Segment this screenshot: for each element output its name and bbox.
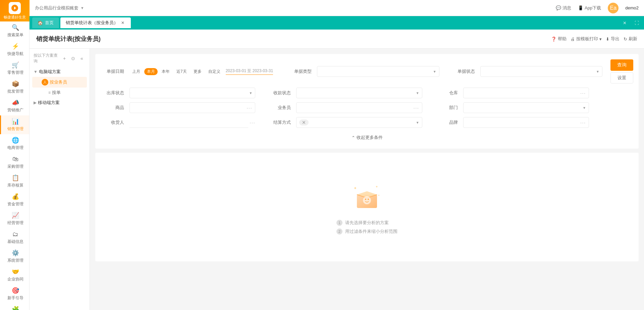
warehouse-dots[interactable]: ··· — [580, 91, 586, 96]
sidebar-item-quick-nav[interactable]: ⚡ 快捷导航 — [0, 40, 29, 59]
goods-dots[interactable]: ··· — [247, 105, 252, 110]
order-status-select[interactable]: ▼ — [480, 66, 602, 77]
goods-select[interactable]: ··· — [129, 102, 255, 113]
refresh-btn[interactable]: ↻ 刷新 — [624, 36, 637, 42]
edit-scheme-btn[interactable]: ⊙ — [69, 55, 77, 62]
tabbar: 🏠 首页 销货单统计表（按业务员） ✕ ✕ ⛶ — [30, 16, 644, 30]
breadcrumb-dropdown[interactable]: ▾ — [81, 5, 84, 10]
quicknav-icon: ⚡ — [12, 43, 19, 50]
order-status-label: 单据状态 — [451, 68, 475, 74]
consignee-dots[interactable]: ··· — [250, 120, 255, 125]
tab-sales-stat[interactable]: 销货单统计表（按业务员） ✕ — [60, 17, 131, 28]
salesperson-select[interactable]: ··· — [296, 102, 422, 113]
sidebar-item-wholesale[interactable]: 📦 批发管理 — [0, 78, 29, 97]
svg-point-5 — [365, 199, 366, 200]
tree-parent-pc[interactable]: ▼ 电脑端方案 — [32, 67, 87, 77]
message-action[interactable]: 💬 消息 — [556, 5, 571, 11]
sidebar-item-cooperation[interactable]: 🤝 企业协同 — [0, 266, 29, 285]
collapse-panel-btn[interactable]: « — [78, 55, 86, 62]
empty-tip-2-text: 用过滤条件来缩小分析范围 — [345, 228, 397, 235]
order-type-arrow: ▼ — [433, 70, 436, 73]
help-label: 帮助 — [558, 36, 567, 42]
sidebar-item-sales[interactable]: 📊 销售管理 — [0, 115, 29, 134]
basic-icon: 🗂 — [12, 231, 18, 238]
salesperson-scheme-label: 按业务员 — [50, 79, 67, 85]
brand-dots[interactable]: ··· — [580, 120, 586, 125]
tree-child-by-order[interactable]: ≡ 按单 — [32, 88, 87, 98]
tree-child-by-salesperson[interactable]: 人 按业务员 — [32, 77, 87, 88]
date-tab-last-month[interactable]: 上月 — [129, 68, 143, 75]
tab-home[interactable]: 🏠 首页 — [32, 17, 59, 28]
out-status-select[interactable]: ▼ — [129, 88, 255, 98]
query-btn[interactable]: 查询 — [610, 59, 633, 71]
salesperson-dots[interactable]: ··· — [414, 105, 419, 110]
purchase-icon: 🛍 — [12, 156, 18, 163]
sidebar-item-apps[interactable]: 🧩 应用中心 — [0, 303, 29, 310]
date-range-text[interactable]: 2023-03-01 至 2023-03-31 — [226, 68, 273, 75]
settlement-clear-btn[interactable]: ✕ — [302, 120, 306, 125]
sales-icon: 📊 — [12, 118, 19, 125]
filter-card: 单据日期 上月 本月 本年 近7天 更多 自定义 2023-03-01 至 20… — [95, 54, 639, 149]
refresh-icon: ↻ — [624, 37, 627, 42]
brand-select[interactable]: ··· — [463, 117, 589, 128]
collapse-label: 收起更多条件 — [357, 135, 383, 141]
settings-btn[interactable]: 设置 — [610, 72, 633, 84]
warehouse-select[interactable]: ··· — [463, 88, 589, 98]
avatar[interactable]: Ea — [608, 3, 619, 13]
order-type-control: ▼ — [317, 66, 439, 77]
date-tab-this-month[interactable]: 本月 — [144, 68, 158, 75]
export-btn[interactable]: ⬇ 导出 — [606, 36, 620, 42]
tree-parent-mobile[interactable]: ▶ 移动端方案 — [32, 98, 87, 108]
sidebar-item-finance[interactable]: 💰 资金管理 — [0, 191, 29, 209]
tab-close-window-btn[interactable]: ✕ — [620, 18, 629, 28]
tab-expand-btn[interactable]: ⛶ — [632, 18, 641, 28]
finance-icon: 💰 — [12, 193, 19, 200]
settlement-arrow: ▼ — [416, 121, 419, 124]
inventory-icon: 📋 — [12, 174, 19, 182]
left-panel-title: 按以下方案查询 — [34, 53, 61, 64]
order-scheme-icon: ≡ — [48, 90, 51, 95]
app-logo[interactable]: 畅捷通好生意 — [0, 0, 30, 21]
retail-icon: 🛒 — [12, 61, 19, 69]
message-label: 消息 — [562, 5, 571, 11]
salesperson-scheme-icon: 人 — [42, 79, 48, 86]
tab-close-icon[interactable]: ✕ — [120, 20, 125, 25]
sidebar-item-retail[interactable]: 🛒 零售管理 — [0, 59, 29, 78]
date-label: 单据日期 — [101, 68, 124, 74]
date-tab-last-7[interactable]: 近7天 — [174, 68, 190, 75]
sidebar-item-search[interactable]: 🔍 搜索菜单 — [0, 21, 29, 40]
template-print-btn[interactable]: 🖨 按模板打印 ▾ — [571, 36, 602, 42]
username-label[interactable]: demo2 — [625, 5, 639, 10]
sidebar-item-basic[interactable]: 🗂 基础信息 — [0, 228, 29, 247]
collection-status-select[interactable]: ▼ — [296, 88, 422, 98]
brand-control: ··· — [463, 117, 589, 128]
consignee-input[interactable] — [129, 117, 248, 128]
order-type-select[interactable]: ▼ — [317, 66, 439, 77]
sidebar-item-newbie[interactable]: 🎯 新手引导 — [0, 285, 29, 303]
export-label: 导出 — [611, 36, 620, 42]
date-tab-custom[interactable]: 自定义 — [206, 68, 223, 75]
sidebar-item-ecommerce[interactable]: 🌐 电商管理 — [0, 134, 29, 153]
sidebar-item-marketing[interactable]: 📣 营销推广 — [0, 97, 29, 115]
content-body: 按以下方案查询 + ⊙ « ▼ 电脑端方案 人 按业务员 ≡ 按单 — [30, 49, 644, 310]
tree-arrow-down: ▼ — [34, 69, 38, 74]
collapse-bar[interactable]: ⌃ 收起更多条件 — [101, 132, 633, 143]
app-download-action[interactable]: 📱 App下载 — [578, 5, 601, 11]
settlement-select[interactable]: ✕ ▼ — [296, 117, 422, 128]
date-tab-more[interactable]: 更多 — [191, 68, 204, 75]
sidebar-item-inventory[interactable]: 📋 库存核算 — [0, 172, 29, 191]
settlement-control: ✕ ▼ — [296, 117, 422, 128]
sidebar-item-system[interactable]: ⚙️ 系统管理 — [0, 247, 29, 266]
marketing-icon: 📣 — [12, 99, 19, 106]
sidebar-item-operations[interactable]: 📈 经营管理 — [0, 209, 29, 228]
settlement-clear-tag: ✕ — [299, 119, 309, 125]
department-select[interactable]: ▼ — [463, 102, 589, 113]
breadcrumb: 办公用品行业模拟账套 — [35, 5, 78, 11]
help-btn[interactable]: ❓ 帮助 — [551, 36, 567, 42]
refresh-label: 刷新 — [629, 36, 637, 42]
date-tab-this-year[interactable]: 本年 — [159, 68, 172, 75]
add-scheme-btn[interactable]: + — [61, 55, 68, 62]
empty-state: ✦ ✦ ✦ 1 请先选择要分析的方案 2 用过滤条件来缩小分析范围 — [95, 153, 639, 261]
sidebar-item-purchase[interactable]: 🛍 采购管理 — [0, 153, 29, 172]
print-icon: 🖨 — [571, 37, 575, 42]
